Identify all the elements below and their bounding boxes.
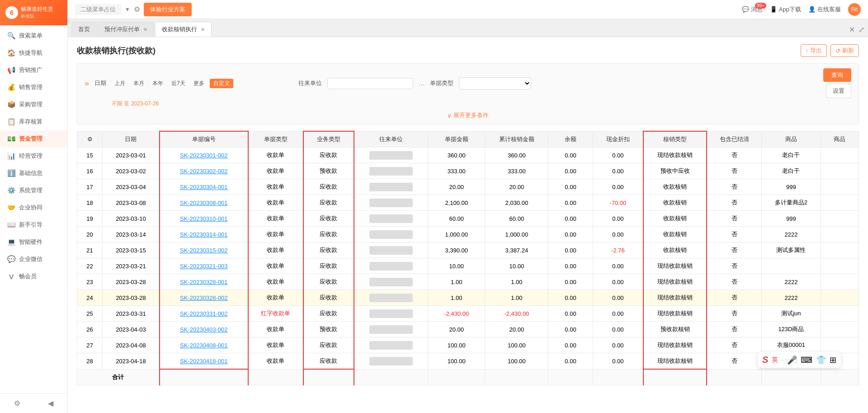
th-settings[interactable]: ⚙ <box>77 131 103 147</box>
sidebar-item-finance[interactable]: 💵 资金管理 <box>0 130 67 147</box>
cell-partner: ██████ <box>354 179 428 195</box>
th-amount: 单据金额 <box>428 131 485 147</box>
sidebar-item-quicknav[interactable]: 🏠 快捷导航 <box>0 44 67 62</box>
cell-date: 2023-03-08 <box>103 195 160 211</box>
bill-no-link[interactable]: SK-20230403-002 <box>180 326 228 333</box>
filter-toggle-icon[interactable]: » <box>85 79 89 88</box>
topbar-dropdown-icon[interactable]: ▼ <box>125 6 130 13</box>
cell-no: 27 <box>77 337 103 353</box>
topbar-settings-icon[interactable]: ⚙ <box>134 5 140 14</box>
filter-partner-input[interactable] <box>327 78 413 89</box>
cell-bill-no: SK-20230331-002 <box>160 306 248 322</box>
export-button[interactable]: ↑ 导出 <box>801 44 827 57</box>
finance-icon: 💵 <box>7 135 15 143</box>
sidebar-item-wechat[interactable]: 💬 企业微信 <box>0 251 67 268</box>
sidebar-item-purchase[interactable]: 📦 采购管理 <box>0 96 67 113</box>
sidebar-item-hardware[interactable]: 💻 智能硬件 <box>0 233 67 251</box>
settings-button[interactable]: 设置 <box>826 84 851 98</box>
sidebar-collapse-btn[interactable]: ◀ <box>44 397 57 409</box>
bill-no-link[interactable]: SK-20230331-002 <box>180 310 228 317</box>
tabbar-close-icon[interactable]: ✕ <box>849 25 855 34</box>
filter-expand-btn[interactable]: ∨ 展开更多条件 <box>447 111 489 119</box>
th-include-cleared: 包含已结清 <box>707 131 761 147</box>
sidebar-item-basic[interactable]: ℹ️ 基础信息 <box>0 165 67 182</box>
sidebar-item-newuser[interactable]: 📖 新手引导 <box>0 216 67 233</box>
refresh-button[interactable]: ↺ 刷新 <box>830 44 859 57</box>
bill-no-link[interactable]: SK-20230302-002 <box>180 168 228 175</box>
bill-no-link[interactable]: SK-20230304-001 <box>180 184 228 190</box>
sidebar-item-marketing[interactable]: 📢 营销推广 <box>0 62 67 79</box>
sidebar-item-collab[interactable]: 🤝 企业协同 <box>0 199 67 216</box>
tab-collection-close[interactable]: ✕ <box>201 27 205 33</box>
cell-discount: 0.00 <box>593 274 643 290</box>
filter-date-label: 日期 <box>94 79 106 87</box>
cell-bill-no: SK-20230321-003 <box>160 258 248 274</box>
bill-no-link[interactable]: SK-20230328-002 <box>180 294 228 301</box>
cell-bill-type: 收款单 <box>248 258 303 274</box>
cell-bill-no: SK-20230304-001 <box>160 179 248 195</box>
cell-include-cleared: 否 <box>707 274 761 290</box>
topbar-right: 💬 消息 99+ 📱 App下载 👤 在线客服 Rit <box>742 3 861 16</box>
cell-include-cleared: 否 <box>707 290 761 306</box>
filter-date-custom[interactable]: 自定义 <box>210 79 233 88</box>
filter-billtype-select[interactable] <box>459 77 531 90</box>
cell-biz-type: 应收款 <box>303 211 354 227</box>
filter-date-thisyear[interactable]: 本年 <box>150 79 166 88</box>
tabbar-expand-icon[interactable]: ⤢ <box>859 25 864 34</box>
cell-bill-no: SK-20230403-002 <box>160 322 248 337</box>
th-cancel-type: 核销类型 <box>643 131 707 147</box>
filter-date-7days[interactable]: 近7天 <box>169 79 188 88</box>
watermark-grid-icon[interactable]: ⊞ <box>830 355 836 365</box>
bill-no-link[interactable]: SK-20230314-001 <box>180 231 228 238</box>
bill-no-link[interactable]: SK-20230418-001 <box>180 358 228 365</box>
industry-solution-button[interactable]: 体验行业方案 <box>144 3 192 16</box>
logo-title: 畅康道好生意 <box>21 6 53 13</box>
message-icon: 💬 <box>742 6 749 13</box>
cell-biz-type: 应收款 <box>303 258 354 274</box>
watermark-mic-icon[interactable]: 🎤 <box>787 355 797 365</box>
filter-date-more[interactable]: 更多 <box>191 79 207 88</box>
cell-verified: 1.00 <box>485 290 548 306</box>
sidebar-item-search[interactable]: 🔍 搜索菜单 <box>0 27 67 44</box>
filter-date-thismonth[interactable]: 本月 <box>131 79 147 88</box>
query-button[interactable]: 查询 <box>823 68 851 82</box>
bill-no-link[interactable]: SK-20230301-002 <box>180 152 228 159</box>
tab-prepay[interactable]: 预付冲应付单 ✕ <box>98 22 154 37</box>
sidebar-settings-btn[interactable]: ⚙ <box>10 397 24 409</box>
bill-no-link[interactable]: SK-20230308-001 <box>180 199 228 206</box>
sidebar-item-operation[interactable]: 📊 经营管理 <box>0 147 67 165</box>
tab-home[interactable]: 首页 <box>71 22 97 37</box>
cell-bill-type: 收款单 <box>248 227 303 242</box>
app-download-btn[interactable]: 📱 App下载 <box>770 5 801 14</box>
sidebar-item-sales[interactable]: 💰 销售管理 <box>0 79 67 96</box>
sidebar-item-quicknav-label: 快捷导航 <box>19 49 42 57</box>
sidebar-item-system[interactable]: ⚙️ 系统管理 <box>0 182 67 199</box>
sidebar-item-newuser-label: 新手引导 <box>19 221 42 229</box>
online-service-btn[interactable]: 👤 在线客服 <box>808 5 841 14</box>
cell-cancel-type: 收款核销 <box>643 195 707 211</box>
cell-product1: 2222 <box>762 227 821 242</box>
cell-bill-type: 收款单 <box>248 274 303 290</box>
bill-no-link[interactable]: SK-20230408-001 <box>180 342 228 349</box>
sidebar-item-inventory[interactable]: 📋 库存核算 <box>0 113 67 130</box>
sidebar-bottom: ⚙ ◀ <box>0 393 67 413</box>
watermark-keyboard-icon[interactable]: ⌨ <box>801 355 812 365</box>
cell-amount: 2,100.00 <box>428 195 485 211</box>
bill-no-link[interactable]: SK-20230315-002 <box>180 247 228 254</box>
user-avatar[interactable]: Rit <box>848 3 861 16</box>
filter-date-lastmonth[interactable]: 上月 <box>112 79 128 88</box>
bill-no-link[interactable]: SK-20230321-003 <box>180 263 228 270</box>
th-bill-no: 单据编号 <box>160 131 248 147</box>
cell-include-cleared: 否 <box>707 306 761 322</box>
bill-no-link[interactable]: SK-20230328-001 <box>180 279 228 285</box>
tab-prepay-close[interactable]: ✕ <box>143 27 147 33</box>
table-row: 15 2023-03-01 SK-20230301-002 收款单 应收款 ██… <box>77 147 859 163</box>
tab-collection[interactable]: 收款核销执行 ✕ <box>155 22 212 37</box>
bill-no-link[interactable]: SK-20230310-001 <box>180 215 228 222</box>
cell-no: 18 <box>77 195 103 211</box>
watermark-shirt-icon[interactable]: 👕 <box>816 355 826 365</box>
sidebar-item-member[interactable]: V 畅会员 <box>0 268 67 285</box>
sidebar-item-system-label: 系统管理 <box>19 186 42 195</box>
topbar-message-btn[interactable]: 💬 消息 99+ <box>742 5 763 14</box>
cell-cancel-type: 收款核销 <box>643 242 707 258</box>
